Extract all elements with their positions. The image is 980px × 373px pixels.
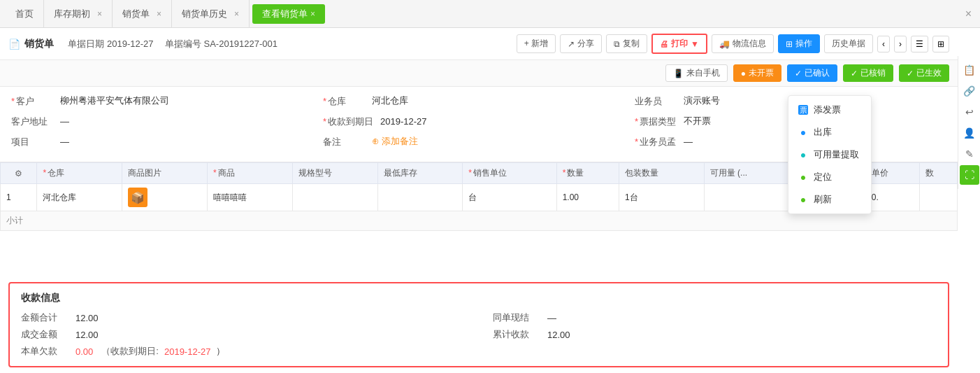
right-link-btn[interactable]: 🔗 — [960, 81, 979, 101]
payment-info-panel: 收款信息 金额合计 12.00 同单现结 — 成交金额 12.00 累计收款 1… — [8, 282, 949, 367]
confirm-button[interactable]: ✓ 已确认 — [787, 64, 837, 82]
status-row: 📱 来自手机 ● 未开票 ✓ 已确认 ✓ 已核销 ✓ 已生效 — [0, 60, 958, 87]
share-button[interactable]: ↗ 分享 — [560, 34, 602, 53]
owe-value: 0.00 — [75, 346, 93, 357]
history-button[interactable]: 历史单据 — [824, 34, 873, 53]
payment-date-value: 2019-12-27 — [377, 115, 461, 128]
truck-icon: 🚚 — [719, 39, 730, 49]
dropdown-add-invoice[interactable]: 票 添发票 — [788, 99, 871, 121]
address-field: 客户地址 — — [11, 115, 323, 128]
void-button[interactable]: ✓ 已核销 — [843, 64, 893, 82]
row-no: 1 — [1, 184, 37, 211]
right-edit-btn[interactable]: ✎ — [960, 144, 979, 164]
list-view-button[interactable]: ☰ — [911, 36, 928, 52]
add-remark-icon: ⊕ — [372, 136, 379, 146]
document-meta: 单据日期 2019-12-27 单据编号 SA-20191227-001 — [68, 38, 278, 50]
price-column-header: 单价 — [865, 163, 919, 184]
tab-sales-history[interactable]: 销货单历史 × — [172, 0, 250, 27]
right-user-btn[interactable]: 👤 — [960, 123, 979, 143]
tab-home[interactable]: 首页 — [6, 0, 44, 27]
close-tab-sales[interactable]: × — [157, 9, 161, 19]
remark-add-btn[interactable]: ⊕ 添加备注 — [369, 134, 453, 149]
warehouse-label: 仓库 — [323, 95, 365, 108]
right-expand-btn[interactable]: ⛶ — [960, 165, 979, 185]
warehouse-field: 仓库 河北仓库 — [323, 94, 635, 108]
add-invoice-icon: 票 — [798, 105, 808, 115]
locate-icon: ● — [798, 172, 808, 182]
tab-inventory[interactable]: 库存期初 × — [44, 0, 113, 27]
new-button[interactable]: + 新增 — [517, 34, 556, 53]
owe-label: 本单欠款 — [21, 345, 70, 358]
operate-dropdown-menu: 票 添发票 ● 出库 ● 可用量提取 ● 定位 ● 刷新 — [788, 95, 872, 214]
gear-column-header[interactable]: ⚙ — [1, 163, 37, 184]
close-tab-sales-history[interactable]: × — [234, 9, 239, 19]
owe-date: 2019-12-27 — [164, 346, 211, 357]
remark-field: 备注 ⊕ 添加备注 — [323, 134, 635, 149]
share-icon: ↗ — [568, 39, 575, 49]
min-stock-column-header: 最低库存 — [377, 163, 463, 184]
confirm-icon: ✓ — [795, 69, 802, 78]
copy-button[interactable]: ⧉ 复制 — [606, 34, 647, 53]
mobile-icon: 📱 — [673, 69, 684, 78]
void-icon: ✓ — [851, 69, 858, 78]
row-spec — [292, 184, 377, 211]
ticket-label: 票据类型 — [635, 115, 677, 128]
cumulative-value: 12.00 — [547, 330, 570, 340]
doc-no-label: 单据编号 SA-20191227-001 — [165, 38, 278, 50]
operate-button[interactable]: ⊞ 操作 — [778, 34, 820, 53]
tab-view-sales-order[interactable]: 查看销货单 × — [252, 4, 325, 24]
right-copy-btn[interactable]: 📋 — [960, 60, 979, 80]
not-open-button[interactable]: ● 未开票 — [733, 64, 781, 82]
amount-total-item: 金额合计 12.00 — [21, 311, 465, 324]
row-min-stock — [377, 184, 463, 211]
close-tab-view-sales[interactable]: × — [310, 9, 315, 19]
deal-amount-label: 成交金额 — [21, 328, 70, 341]
print-dropdown-arrow: ▼ — [691, 39, 699, 49]
row-qty: 1.00 — [556, 184, 619, 211]
dropdown-available-qty[interactable]: ● 可用量提取 — [788, 143, 871, 166]
customer-label: 客户 — [11, 95, 53, 108]
dropdown-refresh[interactable]: ● 刷新 — [788, 188, 871, 211]
from-mobile-button[interactable]: 📱 来自手机 — [665, 64, 728, 82]
close-tab-inventory[interactable]: × — [97, 9, 102, 19]
global-close-button[interactable]: × — [965, 8, 972, 20]
payment-date-label: 收款到期日 — [323, 115, 373, 128]
amount-total-label: 金额合计 — [21, 311, 70, 324]
payment-date-field: 收款到期日 2019-12-27 — [323, 115, 635, 128]
logistics-button[interactable]: 🚚 物流信息 — [712, 34, 774, 53]
sales-value: — — [681, 136, 765, 148]
remark-label: 备注 — [323, 136, 365, 148]
next-button[interactable]: › — [894, 36, 907, 52]
grid-view-button[interactable]: ⊞ — [932, 36, 949, 52]
staff-value: 演示账号 — [681, 94, 765, 108]
dropdown-locate[interactable]: ● 定位 — [788, 166, 871, 188]
right-return-btn[interactable]: ↩ — [960, 102, 979, 122]
same-order-label: 同单现结 — [493, 311, 542, 324]
refresh-icon: ● — [798, 195, 808, 204]
warehouse-value: 河北仓库 — [369, 94, 453, 108]
document-title-area: 📄 销货单 — [8, 38, 54, 50]
ticket-value: 不开票 — [681, 114, 765, 129]
amount-total-value: 12.00 — [75, 313, 99, 323]
tab-sales[interactable]: 销货单 × — [113, 0, 172, 27]
qty-column-header: 数量 — [556, 163, 619, 184]
staff-label: 业务员 — [635, 95, 677, 108]
address-label: 客户地址 — [11, 115, 53, 128]
prev-button[interactable]: ‹ — [877, 36, 890, 52]
customer-field: 客户 柳州粤港平安气体有限公司 — [11, 94, 323, 108]
product-img-column-header: 商品图片 — [122, 163, 208, 184]
payment-info-title: 收款信息 — [21, 292, 937, 304]
customer-value: 柳州粤港平安气体有限公司 — [57, 94, 172, 108]
owe-item: 本单欠款 0.00 （收款到期日: 2019-12-27 ） — [21, 345, 465, 358]
operate-icon: ⊞ — [786, 39, 793, 49]
amount-column-header: 数 — [919, 163, 957, 184]
payment-info-grid: 金额合计 12.00 同单现结 — 成交金额 12.00 累计收款 12.00 … — [21, 311, 937, 358]
dropdown-outbound[interactable]: ● 出库 — [788, 121, 871, 143]
effective-button[interactable]: ✓ 已生效 — [899, 64, 949, 82]
print-button[interactable]: 🖨 打印 ▼ — [651, 34, 707, 54]
row-pack-qty: 1台 — [619, 184, 704, 211]
spec-column-header: 规格型号 — [292, 163, 377, 184]
pack-qty-column-header: 包装数量 — [619, 163, 704, 184]
tab-bar: 首页 库存期初 × 销货单 × 销货单历史 × 查看销货单 × × — [0, 0, 980, 28]
available-qty-icon: ● — [798, 150, 808, 160]
